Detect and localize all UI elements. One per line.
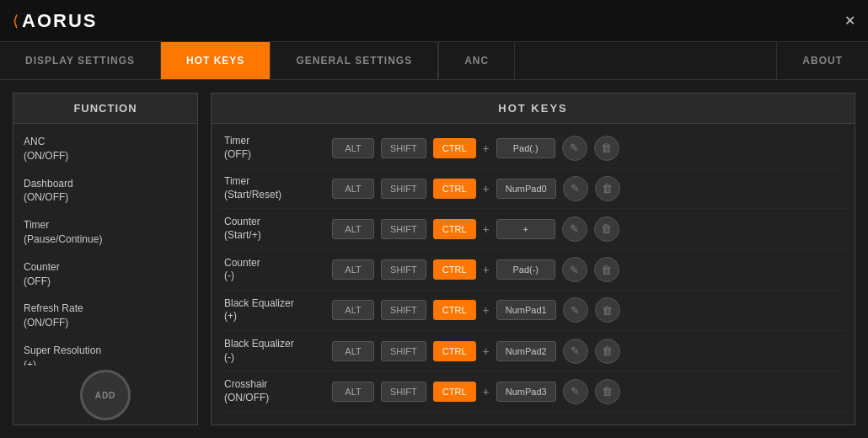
title-bar: ⟨ AORUS ✕ bbox=[0, 0, 868, 42]
key-ctrl-4[interactable]: CTRL bbox=[433, 259, 476, 280]
close-button[interactable]: ✕ bbox=[844, 13, 855, 29]
logo-area: ⟨ AORUS bbox=[13, 10, 97, 32]
main-content: FUNCTION ANC(ON/OFF) Dashboard(ON/OFF) T… bbox=[0, 80, 868, 438]
plus-5: + bbox=[483, 303, 490, 317]
function-header: FUNCTION bbox=[13, 93, 197, 124]
delete-icon-3[interactable]: 🗑 bbox=[594, 216, 619, 242]
hotkey-name-crosshair: Crosshair(ON/OFF) bbox=[224, 378, 325, 404]
delete-icon-5[interactable]: 🗑 bbox=[595, 297, 620, 323]
delete-icon-6[interactable]: 🗑 bbox=[595, 339, 620, 364]
table-row: Counter(Start/+) ALT SHIFT CTRL + + ✎ 🗑 bbox=[220, 209, 846, 249]
nav-bar: DISPLAY SETTINGS HOT KEYS GENERAL SETTIN… bbox=[0, 42, 868, 80]
key-value-1[interactable]: Pad(.) bbox=[496, 138, 555, 158]
key-ctrl-3[interactable]: CTRL bbox=[433, 219, 476, 239]
plus-2: + bbox=[483, 182, 490, 195]
key-value-3[interactable]: + bbox=[496, 219, 555, 239]
table-row: Timer(OFF) ALT SHIFT CTRL + Pad(.) ✎ 🗑 bbox=[220, 128, 846, 168]
hotkey-name-black-eq-plus: Black Equalizer(+) bbox=[224, 297, 325, 323]
key-shift-2[interactable]: SHIFT bbox=[381, 179, 426, 199]
delete-icon-7[interactable]: 🗑 bbox=[595, 379, 620, 404]
table-row: Black Equalizer(+) ALT SHIFT CTRL + NumP… bbox=[220, 291, 846, 331]
left-panel: FUNCTION ANC(ON/OFF) Dashboard(ON/OFF) T… bbox=[13, 93, 198, 425]
key-shift-3[interactable]: SHIFT bbox=[381, 219, 426, 239]
edit-icon-1[interactable]: ✎ bbox=[562, 136, 587, 161]
hotkey-name-counter-minus: Counter(-) bbox=[224, 257, 325, 283]
tab-general-settings[interactable]: GENERAL SETTINGS bbox=[271, 42, 438, 79]
add-button[interactable]: ADD bbox=[80, 370, 131, 420]
plus-3: + bbox=[483, 222, 490, 236]
key-value-4[interactable]: Pad(-) bbox=[496, 259, 555, 280]
add-button-container: ADD bbox=[13, 366, 197, 425]
key-shift-1[interactable]: SHIFT bbox=[381, 138, 426, 158]
hotkey-name-black-eq-minus: Black Equalizer(-) bbox=[224, 338, 325, 364]
key-alt-2[interactable]: ALT bbox=[332, 179, 374, 199]
delete-icon-2[interactable]: 🗑 bbox=[595, 176, 620, 201]
key-value-5[interactable]: NumPad1 bbox=[496, 300, 556, 320]
hotkeys-list: Timer(OFF) ALT SHIFT CTRL + Pad(.) ✎ 🗑 T… bbox=[212, 124, 855, 425]
hotkeys-header: HOT KEYS bbox=[212, 93, 855, 124]
plus-7: + bbox=[483, 385, 490, 398]
function-item-anc[interactable]: ANC(ON/OFF) bbox=[13, 128, 197, 170]
function-item-counter-off[interactable]: Counter(OFF) bbox=[13, 254, 197, 296]
key-alt-5[interactable]: ALT bbox=[332, 300, 374, 320]
function-item-timer-pause[interactable]: Timer(Pause/Continue) bbox=[13, 211, 197, 254]
tab-hot-keys[interactable]: HOT KEYS bbox=[161, 42, 271, 79]
logo-text: AORUS bbox=[22, 10, 97, 32]
plus-4: + bbox=[483, 263, 490, 276]
table-row: Crosshair(ON/OFF) ALT SHIFT CTRL + NumPa… bbox=[220, 371, 846, 412]
edit-icon-4[interactable]: ✎ bbox=[562, 257, 587, 282]
key-shift-7[interactable]: SHIFT bbox=[381, 382, 426, 402]
tab-about[interactable]: ABOUT bbox=[776, 42, 868, 79]
hotkey-name-counter-start: Counter(Start/+) bbox=[224, 216, 325, 242]
key-alt-3[interactable]: ALT bbox=[332, 219, 374, 239]
key-shift-5[interactable]: SHIFT bbox=[381, 300, 426, 320]
hotkey-name-timer-start: Timer(Start/Reset) bbox=[224, 175, 325, 201]
function-list: ANC(ON/OFF) Dashboard(ON/OFF) Timer(Paus… bbox=[13, 124, 197, 366]
function-item-refresh-rate[interactable]: Refresh Rate(ON/OFF) bbox=[13, 295, 197, 337]
edit-icon-6[interactable]: ✎ bbox=[563, 339, 588, 364]
function-item-super-res-plus[interactable]: Super Resolution(+) bbox=[13, 337, 197, 366]
key-value-6[interactable]: NumPad2 bbox=[496, 341, 556, 361]
edit-icon-3[interactable]: ✎ bbox=[562, 216, 587, 242]
key-ctrl-5[interactable]: CTRL bbox=[433, 300, 476, 320]
key-ctrl-2[interactable]: CTRL bbox=[433, 179, 476, 199]
table-row: Counter(-) ALT SHIFT CTRL + Pad(-) ✎ 🗑 bbox=[220, 250, 846, 291]
key-ctrl-1[interactable]: CTRL bbox=[433, 138, 476, 158]
table-row: Black Equalizer(-) ALT SHIFT CTRL + NumP… bbox=[220, 331, 846, 371]
delete-icon-4[interactable]: 🗑 bbox=[594, 257, 619, 282]
hotkey-name-timer-off: Timer(OFF) bbox=[224, 135, 325, 161]
edit-icon-7[interactable]: ✎ bbox=[563, 379, 588, 404]
delete-icon-1[interactable]: 🗑 bbox=[594, 136, 619, 161]
key-ctrl-6[interactable]: CTRL bbox=[433, 341, 476, 361]
aorus-icon: ⟨ bbox=[13, 12, 19, 30]
right-panel: HOT KEYS Timer(OFF) ALT SHIFT CTRL + Pad… bbox=[211, 93, 855, 425]
table-row: Timer(Start/Reset) ALT SHIFT CTRL + NumP… bbox=[220, 168, 846, 209]
tab-anc[interactable]: ANC bbox=[438, 42, 515, 79]
tab-display-settings[interactable]: DISPLAY SETTINGS bbox=[0, 42, 161, 79]
edit-icon-5[interactable]: ✎ bbox=[563, 297, 588, 323]
key-value-2[interactable]: NumPad0 bbox=[496, 179, 556, 199]
function-item-dashboard[interactable]: Dashboard(ON/OFF) bbox=[13, 170, 197, 212]
key-shift-4[interactable]: SHIFT bbox=[381, 259, 426, 280]
key-alt-6[interactable]: ALT bbox=[332, 341, 374, 361]
key-alt-1[interactable]: ALT bbox=[332, 138, 374, 158]
key-shift-6[interactable]: SHIFT bbox=[381, 341, 426, 361]
plus-6: + bbox=[483, 345, 490, 358]
key-alt-4[interactable]: ALT bbox=[332, 259, 374, 280]
plus-1: + bbox=[483, 142, 490, 155]
key-alt-7[interactable]: ALT bbox=[332, 382, 374, 402]
edit-icon-2[interactable]: ✎ bbox=[563, 176, 588, 201]
key-ctrl-7[interactable]: CTRL bbox=[433, 382, 476, 402]
key-value-7[interactable]: NumPad3 bbox=[496, 382, 556, 402]
